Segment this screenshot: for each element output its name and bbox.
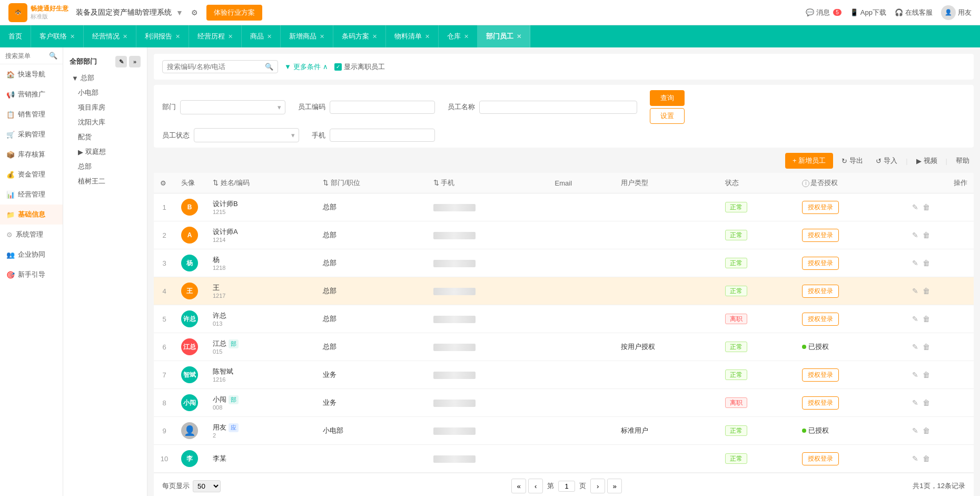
sidebar-item-basic-info[interactable]: 📁 基础信息 bbox=[0, 205, 63, 225]
nav-item-bom[interactable]: 物料清单 ✕ bbox=[386, 25, 439, 47]
nav-item-home[interactable]: 首页 bbox=[0, 25, 31, 47]
close-icon[interactable]: ✕ bbox=[372, 33, 377, 40]
info-icon[interactable]: i bbox=[802, 180, 809, 187]
auth-button[interactable]: 授权登录 bbox=[802, 313, 839, 326]
edit-icon[interactable]: ✎ bbox=[912, 315, 918, 323]
nav-item-history[interactable]: 经营历程 ✕ bbox=[189, 25, 242, 47]
edit-icon[interactable]: ✎ bbox=[912, 371, 918, 379]
delete-icon[interactable]: 🗑 bbox=[923, 426, 930, 435]
sidebar-item-sales[interactable]: 📋 销售管理 bbox=[0, 104, 63, 124]
employee-search-input[interactable] bbox=[167, 63, 263, 71]
nav-item-barcode[interactable]: 条码方案 ✕ bbox=[333, 25, 386, 47]
auth-button[interactable]: 授权登录 bbox=[802, 229, 839, 242]
nav-item-profit[interactable]: 利润报告 ✕ bbox=[136, 25, 189, 47]
close-icon[interactable]: ✕ bbox=[320, 33, 324, 40]
delete-icon[interactable]: 🗑 bbox=[923, 343, 930, 351]
dept-node-project-warehouse[interactable]: 项目库房 bbox=[63, 100, 147, 115]
phone-input[interactable] bbox=[330, 129, 435, 142]
dept-collapse-icon[interactable]: » bbox=[129, 56, 141, 67]
close-icon[interactable]: ✕ bbox=[425, 33, 430, 40]
nav-item-employees[interactable]: 部门员工 ✕ bbox=[478, 25, 530, 47]
last-page-button[interactable]: » bbox=[607, 479, 622, 493]
close-icon[interactable]: ✕ bbox=[517, 33, 521, 40]
nav-item-goods[interactable]: 商品 ✕ bbox=[242, 25, 281, 47]
auth-button[interactable]: 授权登录 bbox=[802, 257, 839, 270]
dept-node-shuangtingxiang[interactable]: ▶ 双庭想 bbox=[63, 144, 147, 159]
close-icon[interactable]: ✕ bbox=[228, 33, 233, 40]
sidebar-item-guide[interactable]: 🎯 新手引导 bbox=[0, 265, 63, 285]
delete-icon[interactable]: 🗑 bbox=[923, 287, 930, 295]
app-download-btn[interactable]: 📱 App下载 bbox=[850, 8, 886, 17]
edit-icon[interactable]: ✎ bbox=[912, 398, 918, 407]
sidebar-item-purchase[interactable]: 🛒 采购管理 bbox=[0, 124, 63, 144]
query-button[interactable]: 查询 bbox=[650, 90, 685, 106]
nav-item-warehouse[interactable]: 仓库 ✕ bbox=[439, 25, 478, 47]
online-support-btn[interactable]: 🎧 在线客服 bbox=[895, 8, 933, 17]
auth-button[interactable]: 授权登录 bbox=[802, 452, 839, 465]
show-inactive-checkbox[interactable] bbox=[334, 63, 342, 71]
delete-icon[interactable]: 🗑 bbox=[923, 259, 930, 267]
delete-icon[interactable]: 🗑 bbox=[923, 398, 930, 407]
add-employee-button[interactable]: + 新增员工 bbox=[785, 153, 833, 169]
close-icon[interactable]: ✕ bbox=[175, 33, 180, 40]
dropdown-arrow-icon[interactable]: ▼ bbox=[176, 8, 183, 17]
set-button[interactable]: 设置 bbox=[650, 108, 685, 124]
user-avatar[interactable]: 👤 用友 bbox=[941, 5, 972, 20]
close-icon[interactable]: ✕ bbox=[123, 33, 127, 40]
dept-node-zhishu[interactable]: 植树王二 bbox=[63, 174, 147, 189]
sidebar-item-system[interactable]: ⚙ 系统管理 bbox=[0, 225, 63, 245]
col-settings[interactable]: ⚙ bbox=[154, 173, 175, 193]
delete-icon[interactable]: 🗑 bbox=[923, 454, 930, 463]
edit-icon[interactable]: ✎ bbox=[912, 343, 918, 351]
prev-page-button[interactable]: ‹ bbox=[528, 479, 543, 493]
sidebar-item-marketing[interactable]: 📢 营销推广 bbox=[0, 84, 63, 104]
delete-icon[interactable]: 🗑 bbox=[923, 231, 930, 239]
import-button[interactable]: ↺ 导入 bbox=[872, 153, 902, 168]
dept-edit-icon[interactable]: ✎ bbox=[115, 56, 127, 67]
close-icon[interactable]: ✕ bbox=[267, 33, 272, 40]
nav-item-customers[interactable]: 客户联络 ✕ bbox=[31, 25, 84, 47]
col-name[interactable]: ⇅ 姓名/编码 bbox=[206, 173, 316, 193]
delete-icon[interactable]: 🗑 bbox=[923, 315, 930, 323]
delete-icon[interactable]: 🗑 bbox=[923, 203, 930, 211]
auth-button[interactable]: 授权登录 bbox=[802, 285, 839, 298]
sidebar-item-quick-nav[interactable]: 🏠 快速导航 bbox=[0, 64, 63, 84]
help-button[interactable]: 帮助 bbox=[952, 153, 974, 168]
view-button[interactable]: ▶ 视频 bbox=[912, 153, 942, 168]
auth-button[interactable]: 授权登录 bbox=[802, 201, 839, 214]
close-icon[interactable]: ✕ bbox=[464, 33, 469, 40]
edit-icon[interactable]: ✎ bbox=[912, 259, 918, 267]
next-page-button[interactable]: › bbox=[590, 479, 605, 493]
export-button[interactable]: ↻ 导出 bbox=[837, 153, 867, 168]
col-phone[interactable]: ⇅ 手机 bbox=[427, 173, 549, 193]
first-page-button[interactable]: « bbox=[511, 479, 526, 493]
sidebar-search-input[interactable] bbox=[5, 52, 47, 60]
settings-icon[interactable]: ⚙ bbox=[187, 5, 202, 20]
col-dept[interactable]: ⇅ 部门/职位 bbox=[316, 173, 427, 193]
delete-icon[interactable]: 🗑 bbox=[923, 371, 930, 379]
dept-node-distribution[interactable]: 配货 bbox=[63, 130, 147, 144]
more-conditions-btn[interactable]: ▼ 更多条件 ∧ bbox=[284, 62, 328, 72]
nav-item-operations[interactable]: 经营情况 ✕ bbox=[84, 25, 136, 47]
dept-node-shenyang[interactable]: 沈阳大库 bbox=[63, 115, 147, 130]
per-page-select[interactable]: 50 20 100 bbox=[193, 480, 221, 492]
auth-button[interactable]: 授权登录 bbox=[802, 396, 839, 410]
page-number-input[interactable] bbox=[558, 481, 575, 492]
message-btn[interactable]: 💬 消息 5 bbox=[806, 8, 842, 17]
employee-name-input[interactable] bbox=[479, 101, 637, 114]
edit-icon[interactable]: ✎ bbox=[912, 426, 918, 435]
sidebar-item-cooperation[interactable]: 👥 企业协同 bbox=[0, 245, 63, 265]
dept-node-small-elec[interactable]: 小电部 bbox=[63, 85, 147, 100]
edit-icon[interactable]: ✎ bbox=[912, 454, 918, 463]
sidebar-item-inventory[interactable]: 📦 库存核算 bbox=[0, 144, 63, 164]
trial-button[interactable]: 体验行业方案 bbox=[206, 5, 262, 21]
status-select[interactable] bbox=[194, 128, 299, 142]
edit-icon[interactable]: ✎ bbox=[912, 203, 918, 211]
nav-item-new-goods[interactable]: 新增商品 ✕ bbox=[281, 25, 333, 47]
dept-node-root[interactable]: ▼ 总部 bbox=[63, 71, 147, 85]
edit-icon[interactable]: ✎ bbox=[912, 231, 918, 239]
sidebar-item-business[interactable]: 📊 经营管理 bbox=[0, 184, 63, 205]
sidebar-item-finance[interactable]: 💰 资金管理 bbox=[0, 164, 63, 184]
show-inactive-toggle[interactable]: 显示离职员工 bbox=[334, 62, 385, 72]
dept-select[interactable] bbox=[180, 100, 285, 114]
